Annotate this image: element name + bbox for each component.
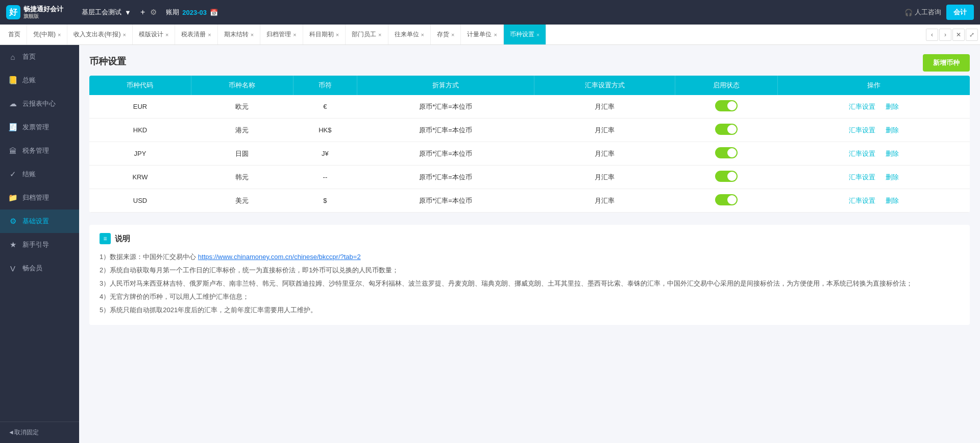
tab-item[interactable]: 部门员工× <box>346 25 388 44</box>
sidebar-item-invoice[interactable]: 🧾 发票管理 <box>0 115 79 139</box>
tab-next-button[interactable]: › <box>939 29 951 41</box>
sidebar-item-checkout[interactable]: ✓ 结账 <box>0 162 79 186</box>
toggle-enabled[interactable] <box>715 194 738 205</box>
rate-setting-link[interactable]: 汇率设置 <box>849 103 875 110</box>
tab-label: 归档管理 <box>266 30 291 39</box>
tab-item[interactable]: 首页 <box>2 25 27 44</box>
tab-item[interactable]: 期末结转× <box>218 25 260 44</box>
sidebar-label-home: 首页 <box>22 52 36 61</box>
calendar-icon[interactable]: 📅 <box>210 9 218 16</box>
tab-prev-button[interactable]: ‹ <box>926 29 938 41</box>
tab-label: 部门员工 <box>352 30 376 39</box>
notes-link[interactable]: https://www.chinamoney.com.cn/chinese/bk… <box>198 253 361 261</box>
tab-close-icon[interactable]: × <box>378 32 381 38</box>
sidebar-bottom: ◄取消固定 <box>0 422 79 443</box>
new-currency-button[interactable]: 新增币种 <box>923 54 970 72</box>
sidebar-item-settings[interactable]: ⚙ 基础设置 <box>0 209 79 233</box>
toggle-knob <box>727 195 737 204</box>
company-selector[interactable]: 基层工会测试 ▼ <box>78 6 135 19</box>
col-name: 币种名称 <box>191 76 293 95</box>
sidebar-label-checkout: 结账 <box>22 170 36 179</box>
tab-close-icon[interactable]: × <box>122 32 126 38</box>
cell-symbol: $ <box>293 189 357 213</box>
cell-code: JPY <box>89 142 191 166</box>
delete-link[interactable]: 删除 <box>886 126 899 134</box>
notes-section: ≡ 说明 1）数据来源：中国外汇交易中心 https://www.chinamo… <box>89 225 970 325</box>
tab-item[interactable]: 科目期初× <box>303 25 346 44</box>
tab-item[interactable]: 税表清册× <box>175 25 217 44</box>
cell-method: 原币*汇率=本位币 <box>357 189 534 213</box>
sidebar-item-reports[interactable]: ☁ 云报表中心 <box>0 92 79 115</box>
delete-link[interactable]: 删除 <box>886 150 899 157</box>
col-status: 启用状态 <box>675 76 777 95</box>
ledger-icon: 📒 <box>8 76 17 85</box>
toggle-enabled[interactable] <box>715 147 738 158</box>
tab-item[interactable]: 币种设置× <box>504 25 546 44</box>
sidebar-item-tax[interactable]: 🏛 税务管理 <box>0 139 79 162</box>
tab-item[interactable]: 存货× <box>431 25 461 44</box>
cell-code: KRW <box>89 166 191 189</box>
toggle-enabled[interactable] <box>715 100 738 111</box>
tab-label: 凭(中期) <box>33 30 56 39</box>
cell-method: 原币*汇率=本位币 <box>357 166 534 189</box>
delete-link[interactable]: 删除 <box>886 173 899 181</box>
settings-icon: ⚙ <box>8 217 17 226</box>
add-icon[interactable]: + <box>140 8 145 17</box>
col-actions: 操作 <box>777 76 970 95</box>
tab-item[interactable]: 计量单位× <box>461 25 503 44</box>
toggle-enabled[interactable] <box>715 171 738 182</box>
rate-setting-link[interactable]: 汇率设置 <box>849 173 875 181</box>
sidebar-item-guide[interactable]: ★ 新手引导 <box>0 233 79 257</box>
cell-rate-type: 月汇率 <box>534 166 675 189</box>
top-right: 🎧 人工咨询 会计 <box>904 5 974 20</box>
company-name: 基层工会测试 <box>82 8 121 17</box>
tab-item[interactable]: 收入支出表(年报)× <box>67 25 132 44</box>
cell-actions: 汇率设置 删除 <box>777 119 970 142</box>
tab-close-icon[interactable]: × <box>58 32 61 38</box>
tab-close-icon[interactable]: × <box>536 32 540 38</box>
delete-link[interactable]: 删除 <box>886 197 899 204</box>
settings-icon[interactable]: ⚙ <box>150 8 157 17</box>
col-rate-type: 汇率设置方式 <box>534 76 675 95</box>
tab-label: 科目期初 <box>309 30 334 39</box>
pin-button[interactable]: ◄取消固定 <box>8 428 71 437</box>
tab-item[interactable]: 往来单位× <box>388 25 431 44</box>
notes-item: 4）无官方牌价的币种，可以用人工维护汇率信息； <box>100 290 960 304</box>
toggle-enabled[interactable] <box>715 124 738 135</box>
tab-close-icon[interactable]: × <box>165 32 168 38</box>
tab-item[interactable]: 模版设计× <box>133 25 175 44</box>
tab-close-all-button[interactable]: ✕ <box>952 29 965 41</box>
table-row: USD 美元 $ 原币*汇率=本位币 月汇率 汇率设置 删除 <box>89 189 970 213</box>
help-button[interactable]: 🎧 人工咨询 <box>904 8 941 17</box>
cell-name: 港元 <box>191 119 293 142</box>
cell-name: 韩元 <box>191 166 293 189</box>
tab-close-icon[interactable]: × <box>451 32 454 38</box>
tab-expand-button[interactable]: ⤢ <box>966 29 978 41</box>
tab-item[interactable]: 归档管理× <box>260 25 303 44</box>
sidebar-label-member: 畅会员 <box>22 264 42 273</box>
rate-setting-link[interactable]: 汇率设置 <box>849 150 875 157</box>
tab-close-icon[interactable]: × <box>336 32 339 38</box>
tab-close-icon[interactable]: × <box>421 32 424 38</box>
rate-setting-link[interactable]: 汇率设置 <box>849 197 875 204</box>
sidebar-item-member[interactable]: V 畅会员 <box>0 257 79 280</box>
tab-label: 存货 <box>437 30 449 39</box>
tab-item[interactable]: 凭(中期)× <box>27 25 67 44</box>
rate-setting-link[interactable]: 汇率设置 <box>849 126 875 134</box>
tab-close-icon[interactable]: × <box>251 32 254 38</box>
cell-status <box>675 95 777 119</box>
tab-close-icon[interactable]: × <box>208 32 211 38</box>
sidebar-item-archive[interactable]: 📁 归档管理 <box>0 186 79 209</box>
tab-close-icon[interactable]: × <box>293 32 296 38</box>
logo-text: 畅捷通好会计 旗舰版 <box>23 5 63 19</box>
home-icon: ⌂ <box>8 52 17 61</box>
tab-close-icon[interactable]: × <box>494 32 497 38</box>
toggle-knob <box>727 125 737 134</box>
delete-link[interactable]: 删除 <box>886 103 899 110</box>
cell-symbol: -- <box>293 166 357 189</box>
account-button[interactable]: 会计 <box>946 5 974 20</box>
sidebar-item-ledger[interactable]: 📒 总账 <box>0 68 79 92</box>
cell-rate-type: 月汇率 <box>534 142 675 166</box>
cell-method: 原币*汇率=本位币 <box>357 95 534 119</box>
sidebar-item-home[interactable]: ⌂ 首页 <box>0 45 79 68</box>
